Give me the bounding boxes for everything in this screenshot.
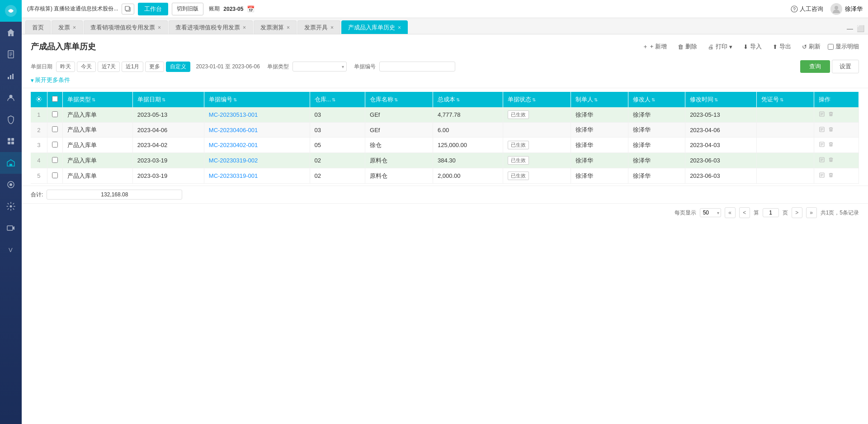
- tab-invoice-calc-close[interactable]: ×: [287, 24, 290, 31]
- row-edit-icon[interactable]: [819, 126, 825, 134]
- th-type[interactable]: 单据类型⇅: [62, 92, 132, 107]
- calendar-icon[interactable]: 📅: [247, 5, 255, 13]
- filter-expand-btn[interactable]: ▾ 展开更多条件: [31, 76, 859, 84]
- tab-invoice-open[interactable]: 发票开具 ×: [297, 20, 340, 34]
- th-warehouse-code[interactable]: 仓库...⇅: [310, 92, 365, 107]
- row-delete-icon[interactable]: [828, 141, 834, 149]
- app-logo[interactable]: [0, 0, 22, 22]
- row-number-link[interactable]: MC-20230319-002: [209, 157, 258, 164]
- filter-yesterday[interactable]: 昨天: [56, 62, 75, 72]
- next-page-btn[interactable]: >: [792, 207, 802, 218]
- filter-1month[interactable]: 近1月: [122, 62, 144, 72]
- setting-button[interactable]: 设置: [832, 60, 859, 73]
- sidebar-item-analytics[interactable]: [0, 65, 22, 87]
- tab-invoice[interactable]: 发票 ×: [52, 20, 83, 34]
- sidebar-item-home[interactable]: [0, 22, 22, 43]
- th-creator[interactable]: 制单人⇅: [571, 92, 628, 107]
- row-edit-icon[interactable]: [819, 157, 825, 164]
- th-modifier[interactable]: 修改人⇅: [628, 92, 685, 107]
- sidebar-item-module1[interactable]: [0, 130, 22, 152]
- tab-sales-vat[interactable]: 查看销项增值税专用发票 ×: [84, 20, 168, 34]
- row-edit-icon[interactable]: [819, 172, 825, 180]
- row-checkbox-cell[interactable]: [47, 153, 62, 168]
- row-checkbox-cell[interactable]: [47, 123, 62, 138]
- filter-7days[interactable]: 近7天: [98, 62, 120, 72]
- th-voucher[interactable]: 凭证号⇅: [757, 92, 814, 107]
- sidebar-item-warehouse[interactable]: [0, 152, 22, 174]
- th-total-cost[interactable]: 总成本⇅: [433, 92, 503, 107]
- th-date[interactable]: 单据日期⇅: [132, 92, 204, 107]
- row-number[interactable]: MC-20230319-001: [204, 168, 310, 184]
- user-info[interactable]: 徐泽华: [830, 3, 863, 15]
- row-delete-icon[interactable]: [828, 157, 834, 164]
- tab-invoice-calc[interactable]: 发票测算 ×: [254, 20, 297, 34]
- refresh-button[interactable]: ↺ 刷新: [798, 41, 824, 52]
- switch-version-button[interactable]: 切到旧版: [172, 3, 203, 15]
- sidebar-item-settings[interactable]: [0, 195, 22, 217]
- row-checkbox[interactable]: [52, 157, 58, 163]
- row-number[interactable]: MC-20230513-001: [204, 107, 310, 123]
- import-button[interactable]: ⬇ 导入: [740, 41, 765, 52]
- workbench-button[interactable]: 工作台: [138, 3, 168, 15]
- row-delete-icon[interactable]: [828, 172, 834, 180]
- sidebar-item-security[interactable]: [0, 109, 22, 130]
- page-size-select[interactable]: 50 100 200: [700, 208, 721, 217]
- tab-minimize-icon[interactable]: —: [847, 25, 853, 32]
- select-all-checkbox[interactable]: [52, 96, 58, 102]
- export-button[interactable]: ⬆ 导出: [769, 41, 795, 52]
- th-status[interactable]: 单据状态⇅: [503, 92, 571, 107]
- filter-type-select[interactable]: 产品入库单: [292, 62, 347, 71]
- row-checkbox[interactable]: [52, 142, 58, 148]
- new-button[interactable]: ＋ + 新增: [639, 41, 670, 52]
- row-number-link[interactable]: MC-20230402-001: [209, 142, 258, 148]
- row-checkbox-cell[interactable]: [47, 138, 62, 153]
- sidebar-item-version[interactable]: V: [0, 239, 22, 261]
- row-edit-icon[interactable]: [819, 111, 825, 119]
- filter-number-input[interactable]: [379, 62, 455, 71]
- filter-today[interactable]: 今天: [77, 62, 96, 72]
- page-input[interactable]: [763, 208, 779, 217]
- sidebar-item-video[interactable]: [0, 217, 22, 239]
- tab-purchase-vat-close[interactable]: ×: [243, 24, 246, 31]
- row-checkbox[interactable]: [52, 172, 58, 178]
- query-button[interactable]: 查询: [800, 60, 830, 73]
- display-toggle[interactable]: 显示明细: [828, 43, 859, 51]
- last-page-btn[interactable]: »: [806, 207, 817, 218]
- filter-more[interactable]: 更多: [145, 62, 164, 72]
- tab-sales-vat-close[interactable]: ×: [158, 24, 161, 31]
- prev-page-btn[interactable]: <: [739, 207, 750, 218]
- row-edit-icon[interactable]: [819, 141, 825, 149]
- sidebar-item-users[interactable]: [0, 87, 22, 109]
- sidebar-item-invoice[interactable]: [0, 43, 22, 65]
- copy-button[interactable]: [122, 4, 134, 14]
- th-number[interactable]: 单据编号⇅: [204, 92, 310, 107]
- tab-product-history[interactable]: 产成品入库单历史 ×: [341, 20, 408, 34]
- tab-purchase-vat[interactable]: 查看进项增值税专用发票 ×: [169, 20, 253, 34]
- row-number[interactable]: MC-20230319-002: [204, 153, 310, 168]
- delete-button[interactable]: 🗑 删除: [674, 41, 701, 52]
- print-button[interactable]: 🖨 打印 ▾: [704, 41, 736, 52]
- filter-custom[interactable]: 自定义: [166, 62, 190, 72]
- row-delete-icon[interactable]: [828, 111, 834, 119]
- first-page-btn[interactable]: «: [725, 207, 736, 218]
- row-delete-icon[interactable]: [828, 126, 834, 134]
- row-checkbox-cell[interactable]: [47, 107, 62, 123]
- row-number-link[interactable]: MC-20230513-001: [209, 111, 258, 118]
- tab-maximize-icon[interactable]: ⬜: [857, 25, 864, 32]
- service-button[interactable]: 人工咨询: [791, 5, 823, 13]
- row-number[interactable]: MC-20230406-001: [204, 123, 310, 138]
- row-number-link[interactable]: MC-20230406-001: [209, 127, 258, 133]
- row-checkbox[interactable]: [52, 126, 58, 132]
- row-checkbox-cell[interactable]: [47, 168, 62, 184]
- tab-product-history-close[interactable]: ×: [398, 24, 401, 31]
- th-warehouse-name[interactable]: 仓库名称⇅: [365, 92, 433, 107]
- th-settings[interactable]: [31, 92, 47, 107]
- row-checkbox[interactable]: [52, 111, 58, 117]
- row-number[interactable]: MC-20230402-001: [204, 138, 310, 153]
- sidebar-item-product[interactable]: [0, 174, 22, 195]
- row-number-link[interactable]: MC-20230319-001: [209, 172, 258, 179]
- th-checkbox[interactable]: [47, 92, 62, 107]
- tab-home[interactable]: 首页: [25, 20, 51, 34]
- tab-invoice-close[interactable]: ×: [73, 24, 76, 31]
- display-toggle-checkbox[interactable]: [828, 44, 834, 50]
